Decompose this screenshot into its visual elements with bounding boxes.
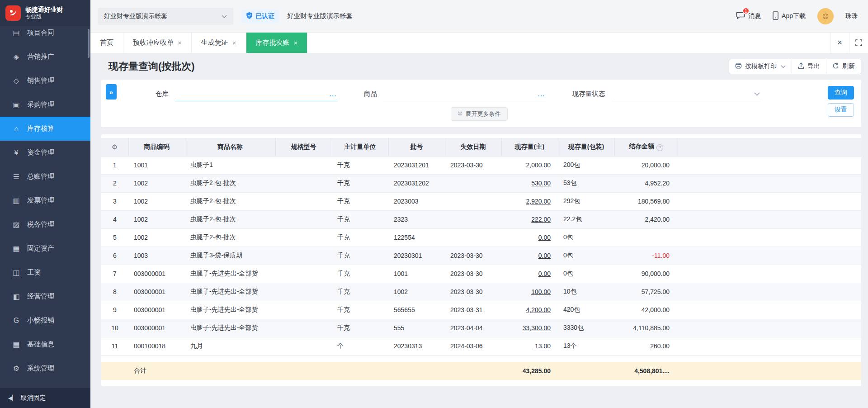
sidebar-item[interactable]: ◇ 销售管理 [0,69,90,93]
sidebar-scrollbar-thumb[interactable] [88,29,90,58]
refresh-button[interactable]: 刷新 [826,59,861,74]
qty-main-link[interactable]: 530.00 [531,180,551,187]
table-row[interactable]: 8 003000001 虫腿子-先进先出-全部货 千克 1002 2023-03… [101,283,861,301]
messages-button[interactable]: 1 消息 [736,11,761,21]
qty-main-link[interactable]: 13.00 [535,342,551,350]
qty-main-link[interactable]: 2,920.00 [526,198,551,205]
sidebar-item[interactable]: ⌂ 库存核算 [0,117,90,141]
column-header-qty-main[interactable]: 现存量(主) [501,138,558,156]
row-number-cell: 11 [101,337,128,355]
table-row[interactable]: 6 1003 虫腿子3-袋-保质期 千克 20230301 2023-03-30… [101,247,861,265]
product-name-cell: 九月 [185,337,275,355]
product-name-cell: 虫腿子-先进先出-全部货 [185,319,275,337]
sidebar-item-icon: ▦ [12,244,21,253]
table-row[interactable]: 10 003000001 虫腿子-先进先出-全部货 千克 555 2023-04… [101,319,861,337]
qty-main-link[interactable]: 33,300.00 [523,324,551,332]
username[interactable]: 珠珠 [845,12,858,20]
column-header-spec[interactable]: 规格型号 [275,138,332,156]
qty-package-cell: 0包 [558,228,614,247]
tab[interactable]: 库存批次账 × [246,33,308,53]
qty-main-link[interactable]: 0.00 [538,252,551,259]
close-tab-icon[interactable]: × [294,39,298,47]
sidebar-item[interactable]: ▤ 项目合同 [0,26,90,45]
account-set-switcher[interactable]: 好业财专业版演示帐套 [98,8,233,25]
qty-main-link[interactable]: 0.00 [538,270,551,277]
qty-package-cell: 22.2包 [558,210,614,228]
expand-more-conditions-button[interactable]: 展开更多条件 [451,107,508,121]
column-settings-gear-icon[interactable]: ⚙ [112,143,118,151]
account-set-label: 好业财专业版演示帐套 [104,12,167,20]
warehouse-input[interactable]: ⋯ [175,88,338,101]
tab[interactable]: 预收冲应收单 × [123,33,192,53]
table-row[interactable]: 9 003000001 虫腿子-先进先出-全部货 千克 565655 2023-… [101,301,861,319]
column-header-batch-no[interactable]: 批号 [388,138,445,156]
column-header-product-code[interactable]: 商品编码 [128,138,185,156]
column-header-qty-package[interactable]: 现存量(包装) [558,138,614,156]
table-row[interactable]: 5 1002 虫腿子2-包-批次 千克 122554 0.00 0包 [101,228,861,247]
main-unit-cell: 千克 [332,283,388,301]
table-row[interactable]: 3 1002 虫腿子2-包-批次 千克 2023003 2,920.00 292… [101,192,861,210]
sidebar-item-icon: ▤ [12,28,21,37]
sidebar-item[interactable]: ⚙ 系统管理 [0,356,90,380]
expand-filter-sidebar-button[interactable]: » [106,84,117,100]
sidebar-item[interactable]: G 小畅报销 [0,308,90,332]
settings-button[interactable]: 设置 [828,103,854,117]
ellipsis-picker-icon[interactable]: ⋯ [329,92,337,100]
qty-main-link[interactable]: 222.00 [531,216,551,223]
column-header-expiry-date[interactable]: 失效日期 [445,138,501,156]
ellipsis-picker-icon[interactable]: ⋯ [538,92,545,100]
collapse-left-icon: ◀▏ [8,395,16,401]
stock-status-select[interactable] [612,88,761,101]
row-number-cell: 2 [101,174,128,192]
print-by-template-button[interactable]: 按模板打印 [729,59,792,74]
query-button[interactable]: 查询 [828,86,854,100]
expiry-date-cell [445,228,501,247]
table-row[interactable]: 2 1002 虫腿子2-包-批次 千克 2023031202 530.00 53… [101,174,861,192]
product-input[interactable]: ⋯ [383,88,546,101]
sidebar-item[interactable]: ▤ 基础信息 [0,332,90,356]
sidebar-item[interactable]: ☰ 总账管理 [0,165,90,189]
filler-cell [678,210,861,228]
qty-main-link[interactable]: 0.00 [538,234,551,241]
sidebar-item[interactable]: ◧ 经营管理 [0,285,90,308]
sidebar-item[interactable]: ▨ 税务管理 [0,213,90,237]
sidebar-item[interactable]: ◫ 工资 [0,261,90,285]
table-row[interactable]: 11 000100018 九月 个 20230313 2024-03-06 13… [101,337,861,355]
unpin-sidebar-button[interactable]: ◀▏ 取消固定 [0,388,90,408]
app-logo[interactable]: 畅捷通好业财 专业版 [0,0,90,26]
qty-main-link[interactable]: 2,000.00 [526,161,551,169]
qty-main-link[interactable]: 100.00 [531,288,551,295]
qty-main-link[interactable]: 4,200.00 [526,306,551,313]
sidebar-item[interactable]: ▦ 固定资产 [0,237,90,261]
sidebar-item[interactable]: ▥ 发票管理 [0,189,90,213]
close-tab-icon[interactable]: × [178,39,182,47]
qty-main-cell: 4,200.00 [501,301,558,319]
qty-package-cell: 200包 [558,156,614,174]
table-row[interactable]: 4 1002 虫腿子2-包-批次 千克 2323 222.00 22.2包 2,… [101,210,861,228]
app-download-button[interactable]: App下载 [773,11,806,21]
help-icon[interactable]: ? [656,144,663,151]
table-row[interactable]: 1 1001 虫腿子1 千克 2023031201 2023-03-30 2,0… [101,156,861,174]
chevron-down-icon [781,65,786,68]
column-header-balance-amount[interactable]: 结存金额? [614,138,678,156]
qty-main-cell: 222.00 [501,210,558,228]
fullscreen-button[interactable] [849,33,868,53]
sidebar-item[interactable]: ¥ 资金管理 [0,141,90,165]
column-header-main-unit[interactable]: 主计量单位 [332,138,388,156]
certified-badge: 已认证 [241,9,279,23]
tab[interactable]: 生成凭证 × [192,33,246,53]
row-number-cell: 7 [101,265,128,283]
export-button[interactable]: 导出 [792,59,826,74]
sidebar-item[interactable]: ▣ 采购管理 [0,93,90,117]
sidebar-item[interactable]: ◈ 营销推广 [0,45,90,69]
close-all-tabs-button[interactable]: × [830,33,849,53]
avatar[interactable]: ☺ [817,8,834,24]
filler-cell [678,337,861,355]
product-code-cell: 003000001 [128,301,185,319]
main-unit-cell: 千克 [332,174,388,192]
tab[interactable]: 首页 [90,33,123,53]
column-header-product-name[interactable]: 商品名称 [185,138,275,156]
messages-label: 消息 [748,12,761,20]
table-row[interactable]: 7 003000001 虫腿子-先进先出-全部货 千克 1001 2023-03… [101,265,861,283]
close-tab-icon[interactable]: × [232,39,236,47]
